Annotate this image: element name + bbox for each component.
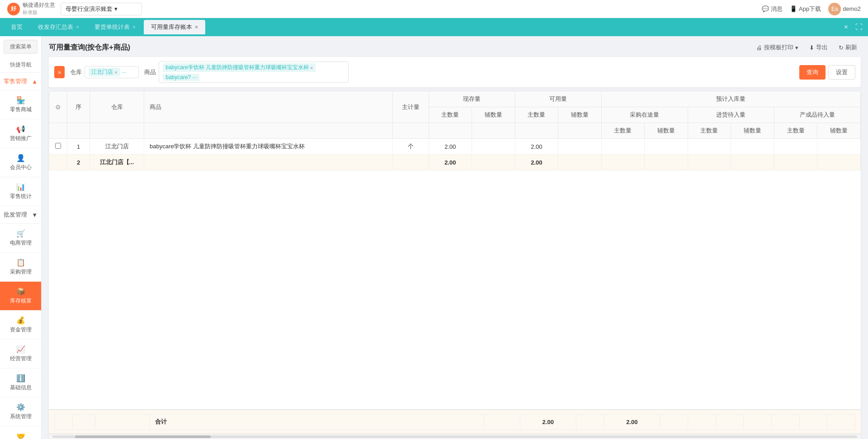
- product-more[interactable]: ···: [192, 74, 197, 80]
- td-avail-main-1: 2.00: [515, 139, 558, 155]
- industry-selector[interactable]: 母婴行业演示账套 ▾: [61, 3, 142, 15]
- th-no: 序: [67, 91, 90, 123]
- warehouse-tag-1: 江北门店 ×: [89, 68, 120, 76]
- th-pending-prod-label: 产成品待入量: [774, 107, 860, 123]
- td-stock-main-2: 2.00: [429, 155, 472, 170]
- footer-purchase-aux: [716, 414, 744, 430]
- product-filter: 商品 babycare学饮杯 儿童防摔防撞吸管杯重力球吸嘴杯宝宝水杯 × bab…: [144, 61, 349, 83]
- tab-available-stock-label: 可用量库存账本: [151, 23, 192, 31]
- user-area[interactable]: Ea demo2: [828, 3, 861, 15]
- product-tags[interactable]: babycare学饮杯 儿童防摔防撞吸管杯重力球吸嘴杯宝宝水杯 × babyca…: [159, 61, 349, 83]
- sidebar-item-system-mgmt[interactable]: ⚙️ 系统管理: [0, 397, 41, 426]
- product-label: 商品: [144, 68, 156, 76]
- sidebar-item-purchase-mgmt[interactable]: 📋 采购管理: [0, 253, 41, 282]
- search-menu-btn[interactable]: 搜索菜单: [4, 40, 38, 54]
- username-label: demo2: [843, 5, 861, 12]
- quick-nav-btn[interactable]: 快捷导航: [0, 57, 41, 73]
- sidebar-item-inventory[interactable]: 📦 库存核算: [0, 282, 41, 311]
- logo-text-block: 畅捷通好生意 标准版: [23, 2, 55, 16]
- td-warehouse-1: 江北门店: [90, 139, 144, 155]
- th-purchase-aux: 辅数量: [645, 123, 688, 139]
- sidebar-item-finance[interactable]: 💰 资金管理: [0, 311, 41, 340]
- filter-expand-btn[interactable]: »: [54, 66, 65, 78]
- sidebar-item-basic-info[interactable]: ℹ️ 基础信息: [0, 368, 41, 397]
- table-scroll[interactable]: ⚙ 序 仓库 商品 主计量 现存量 可用量 预计入库量 主数量 辅: [49, 91, 861, 409]
- export-label: 导出: [816, 43, 828, 52]
- app-download-label: App下载: [799, 5, 821, 13]
- maximize-btn[interactable]: ⛶: [854, 21, 864, 33]
- td-product-2: [144, 155, 393, 170]
- sidebar-item-ecommerce[interactable]: 🛒 电商管理: [0, 224, 41, 253]
- horizontal-scrollbar[interactable]: [52, 435, 857, 438]
- th-avail-aux: 辅数量: [558, 107, 602, 123]
- tab-available-stock[interactable]: 可用量库存账本 ×: [144, 20, 205, 34]
- row-checkbox-1[interactable]: [55, 143, 61, 149]
- sidebar-group-retail: 零售管理 ▲: [0, 73, 41, 90]
- th-empty-warehouse: [90, 123, 144, 139]
- marketing-label: 营销推广: [10, 135, 32, 142]
- page-header-actions: 🖨 按模板打印 ▾ ⬇ 导出 ↻ 刷新: [753, 42, 861, 53]
- warehouse-tags[interactable]: 江北门店 × ···: [85, 66, 139, 78]
- td-pending-purchase-aux-1: [731, 139, 774, 155]
- td-avail-aux-2: [558, 155, 602, 170]
- ecommerce-label: 电商管理: [10, 239, 32, 247]
- warehouse-more[interactable]: ···: [122, 69, 127, 76]
- td-checkbox[interactable]: [49, 139, 67, 155]
- retail-mgmt-label: 零售管理: [4, 77, 27, 85]
- tab-home[interactable]: 首页: [4, 20, 30, 34]
- product-tag-text-1: babycare学饮杯 儿童防摔防撞吸管杯重力球吸嘴杯宝宝水杯: [165, 64, 309, 71]
- footer-pending-purchase-aux: [772, 414, 800, 430]
- sidebar-item-operations[interactable]: 📈 经营管理: [0, 340, 41, 368]
- settings-icon[interactable]: ⚙: [55, 104, 61, 111]
- th-settings[interactable]: ⚙: [49, 91, 67, 123]
- th-purchase-main: 主数量: [601, 123, 645, 139]
- th-pending-purchase-main: 主数量: [688, 123, 731, 139]
- tab-available-stock-close[interactable]: ×: [195, 24, 198, 30]
- export-btn[interactable]: ⬇ 导出: [806, 42, 831, 53]
- sidebar-item-wholesale-mgmt[interactable]: 批发管理 ▼: [0, 206, 41, 223]
- tab-receive-summary-close[interactable]: ×: [76, 24, 79, 30]
- sidebar-group-wholesale: 批发管理 ▼: [0, 206, 41, 224]
- refresh-icon: ↻: [839, 44, 844, 51]
- sidebar-item-member-center[interactable]: 👤 会员中心: [0, 148, 41, 177]
- tab-receive-summary[interactable]: 收发存汇总表 ×: [31, 20, 86, 34]
- inventory-icon: 📦: [16, 287, 25, 296]
- app-download-btn[interactable]: 📱 App下载: [790, 5, 821, 13]
- message-icon: 💬: [762, 5, 769, 12]
- scrollbar-thumb[interactable]: [75, 435, 211, 438]
- print-chevron-icon: ▾: [795, 44, 798, 51]
- wholesale-chevron-icon: ▼: [32, 212, 38, 218]
- print-label: 按模板打印: [764, 43, 793, 52]
- top-bar-right: 💬 消息 📱 App下载 Ea demo2: [762, 3, 861, 15]
- tab-order-stats[interactable]: 要货单统计表 ×: [87, 20, 143, 34]
- message-btn[interactable]: 💬 消息: [762, 5, 783, 13]
- tab-receive-summary-label: 收发存汇总表: [38, 23, 73, 31]
- td-no-2: 2: [67, 155, 90, 170]
- warehouse-tag-remove[interactable]: ×: [114, 70, 117, 75]
- td-stock-aux-2: [472, 155, 515, 170]
- footer-pending-purchase-main: [744, 414, 772, 430]
- sidebar-search: 搜索菜单: [0, 36, 41, 57]
- sidebar-item-enterprise[interactable]: 🤝 企业协同: [0, 426, 41, 439]
- th-empty-product: [144, 123, 393, 139]
- th-empty-stock-main: [429, 123, 472, 139]
- sidebar-item-marketing[interactable]: 📢 营销推广: [0, 119, 41, 148]
- refresh-btn[interactable]: ↻ 刷新: [835, 42, 861, 53]
- close-all-btn[interactable]: ×: [842, 21, 850, 33]
- sidebar-item-retail-stats[interactable]: 📊 零售统计: [0, 177, 41, 206]
- print-btn[interactable]: 🖨 按模板打印 ▾: [753, 42, 802, 53]
- th-empty-unit: [392, 123, 429, 139]
- product-tag-1-remove[interactable]: ×: [310, 65, 313, 71]
- industry-label: 母婴行业演示账套: [66, 5, 113, 13]
- sidebar-item-retail-mgmt[interactable]: 零售管理 ▲: [0, 73, 41, 90]
- settings-btn[interactable]: 设置: [828, 65, 855, 80]
- td-stock-aux-1: [472, 139, 515, 155]
- retail-store-icon: 🏪: [16, 96, 25, 104]
- query-btn[interactable]: 查询: [799, 65, 826, 80]
- tab-order-stats-close[interactable]: ×: [132, 24, 136, 30]
- message-label: 消息: [771, 5, 783, 13]
- sidebar-item-retail-store[interactable]: 🏪 零售商城: [0, 90, 41, 119]
- th-empty-settings: [49, 123, 67, 139]
- inventory-label: 库存核算: [10, 297, 32, 305]
- ecommerce-icon: 🛒: [16, 229, 25, 238]
